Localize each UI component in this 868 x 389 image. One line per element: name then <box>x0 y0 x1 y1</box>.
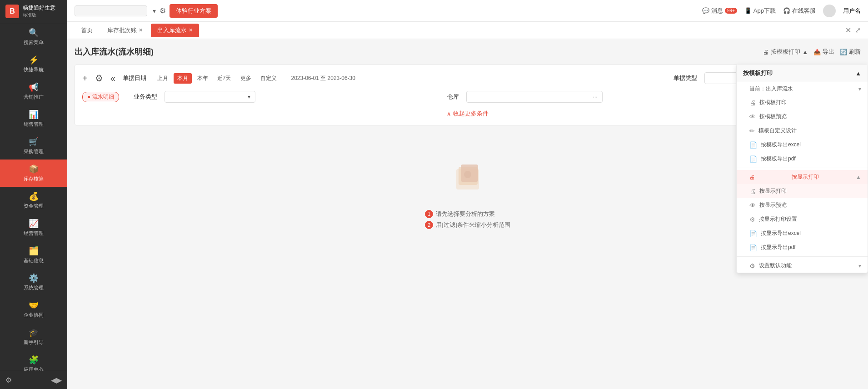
chart-icon: 📊 <box>29 110 39 120</box>
step-2-num: 2 <box>425 221 433 229</box>
print-item-template-design[interactable]: ✏ 模板自定义设计 <box>737 124 868 138</box>
date-tab-thismonth[interactable]: 本月 <box>174 73 192 84</box>
print-divider <box>737 168 868 168</box>
export-action[interactable]: 📤 导出 <box>813 48 834 56</box>
refresh-action[interactable]: 🔄 刷新 <box>840 48 861 56</box>
topbar-dropdown-icon[interactable]: ▾ <box>153 7 156 15</box>
filter-collapse-btn[interactable]: « <box>110 73 115 84</box>
print-item-template-excel[interactable]: 📄 按模板导出excel <box>737 138 868 152</box>
print-item-display-preview[interactable]: 👁 按显示预览 <box>737 198 868 212</box>
sidebar-item-marketing[interactable]: 📢 营销推广 <box>0 78 67 105</box>
export-label: 导出 <box>823 48 834 56</box>
sidebar-item-label: 采购管理 <box>24 148 44 155</box>
sidebar-item-label: 快捷导航 <box>24 66 44 73</box>
industry-btn[interactable]: 体验行业方案 <box>170 4 218 18</box>
date-tab-thisyear[interactable]: 本年 <box>194 73 212 84</box>
date-tab-more[interactable]: 更多 <box>237 73 255 84</box>
sidebar-item-label: 资金管理 <box>24 203 44 209</box>
tab-flow-close[interactable]: ✕ <box>189 27 193 33</box>
tab-home[interactable]: 首页 <box>75 24 99 37</box>
logo-text-name: 畅捷通好生意 <box>23 5 55 12</box>
excel-icon: 📄 <box>749 141 757 149</box>
print-item-display-excel[interactable]: 📄 按显示导出excel <box>737 226 868 240</box>
filter-tag-detail[interactable]: ● 流水明细 <box>82 92 119 102</box>
user-avatar[interactable] <box>823 5 836 17</box>
empty-step-2: 2 用[过滤]条件来缩小分析范围 <box>425 221 510 229</box>
default-settings-icon: ⚙ <box>749 262 755 269</box>
sidebar-item-operations[interactable]: 📈 经营管理 <box>0 214 67 241</box>
print-panel-current[interactable]: 当前：出入库流水 ▾ <box>737 82 868 95</box>
topbar-message[interactable]: 💬 消息 99+ <box>702 7 737 15</box>
template-pdf-label: 按模板导出pdf <box>761 155 796 163</box>
sidebar-item-label: 应用中心 <box>24 366 44 371</box>
sidebar-item-basic[interactable]: 🗂️ 基础信息 <box>0 241 67 269</box>
print-section-display[interactable]: 🖨 按显示打印 ▲ <box>737 170 868 184</box>
date-tab-7days[interactable]: 近7天 <box>214 73 235 84</box>
tabs-close-icon[interactable]: ✕ <box>845 26 851 35</box>
current-label: 当前：出入库流水 <box>749 85 793 93</box>
page-title: 出入库流水(流水明细) <box>75 46 154 57</box>
print-action[interactable]: 🖨 按模板打印 ▲ <box>763 48 808 56</box>
print-item-template-preview[interactable]: 👁 按模板预览 <box>737 110 868 124</box>
date-tab-lastmonth[interactable]: 上月 <box>154 73 172 84</box>
sidebar-footer: ⚙ ◀▶ <box>0 371 67 389</box>
sidebar-item-quicknav[interactable]: ⚡ 快捷导航 <box>0 50 67 78</box>
message-label: 消息 <box>711 7 723 15</box>
display-excel-icon: 📄 <box>749 230 757 237</box>
sidebar-item-sales[interactable]: 📊 销售管理 <box>0 105 67 132</box>
page-header: 出入库流水(流水明细) 🖨 按模板打印 ▲ 📤 导出 🔄 刷新 <box>75 46 861 57</box>
print-item-default-settings[interactable]: ⚙ 设置默认功能 ▾ <box>737 259 868 273</box>
date-tab-custom[interactable]: 自定义 <box>257 73 280 84</box>
current-chevron: ▾ <box>858 86 861 92</box>
sidebar-item-search[interactable]: 🔍 搜索菜单 <box>0 23 67 50</box>
sidebar-item-enterprise[interactable]: 🤝 企业协同 <box>0 296 67 323</box>
settings-footer-icon[interactable]: ⚙ <box>5 376 12 384</box>
tabs-expand-icon[interactable]: ⤢ <box>855 26 861 35</box>
topbar-search-input[interactable] <box>75 5 147 16</box>
filter-warehouse-more[interactable]: ··· <box>593 94 598 100</box>
filter-biz-select[interactable]: ▾ <box>165 91 255 103</box>
sidebar-item-apps[interactable]: 🧩 应用中心 <box>0 350 67 371</box>
megaphone-icon: 📢 <box>29 82 39 92</box>
filter-add-btn[interactable]: + <box>82 73 88 84</box>
topbar-app-download[interactable]: 📱 App下载 <box>744 7 776 15</box>
tab-flow[interactable]: 出入库流水 ✕ <box>151 24 199 37</box>
print-item-display-settings[interactable]: ⚙ 按显示打印设置 <box>737 212 868 226</box>
template-print-label: 按模板打印 <box>759 99 787 106</box>
filter-settings-btn[interactable]: ⚙ <box>95 73 103 84</box>
sidebar-item-finance[interactable]: 💰 资金管理 <box>0 187 67 214</box>
sidebar-item-label: 企业协同 <box>24 312 44 319</box>
sidebar-item-system[interactable]: ⚙️ 系统管理 <box>0 269 67 296</box>
display-settings-label: 按显示打印设置 <box>759 215 797 223</box>
print-divider-2 <box>737 256 868 257</box>
print-item-display-print[interactable]: 🖨 按显示打印 <box>737 184 868 198</box>
sidebar-item-inventory[interactable]: 📦 库存核算 <box>0 160 67 187</box>
print-item-template-pdf[interactable]: 📄 按模板导出pdf <box>737 152 868 166</box>
display-section-label: 按显示打印 <box>792 173 819 181</box>
topbar-service[interactable]: 🎧 在线客服 <box>783 7 816 15</box>
tabs-actions: ✕ ⤢ <box>845 26 861 35</box>
collapse-footer-icon[interactable]: ◀▶ <box>51 376 62 384</box>
print-item-display-pdf[interactable]: 📄 按显示导出pdf <box>737 240 868 254</box>
user-name: 用户名 <box>843 7 861 15</box>
sidebar-item-newbie[interactable]: 🎓 新手引导 <box>0 323 67 350</box>
tab-home-label: 首页 <box>81 26 93 35</box>
display-settings-icon: ⚙ <box>749 216 755 223</box>
sidebar-item-label: 销售管理 <box>24 121 44 128</box>
tab-batch[interactable]: 库存批次账 ✕ <box>101 24 149 37</box>
tab-batch-close[interactable]: ✕ <box>139 27 143 33</box>
print-label: 按模板打印 <box>771 48 800 56</box>
topbar-gear-icon[interactable]: ⚙ <box>160 6 166 15</box>
sidebar-item-purchase[interactable]: 🛒 采购管理 <box>0 132 67 160</box>
sidebar-item-label: 库存核算 <box>24 175 44 182</box>
print-panel-chevron-up[interactable]: ▲ <box>855 70 861 77</box>
handshake-icon: 🤝 <box>29 300 39 310</box>
printer-icon: 🖨 <box>749 99 756 106</box>
filter-type-label: 单据类型 <box>673 74 697 82</box>
refresh-label: 刷新 <box>849 48 861 56</box>
print-item-template-print[interactable]: 🖨 按模板打印 <box>737 95 868 110</box>
logo-icon: B <box>5 5 19 18</box>
export-icon: 📤 <box>813 49 821 55</box>
filter-warehouse-select[interactable]: ··· <box>466 91 603 103</box>
filter-biz-chevron: ▾ <box>248 94 250 100</box>
